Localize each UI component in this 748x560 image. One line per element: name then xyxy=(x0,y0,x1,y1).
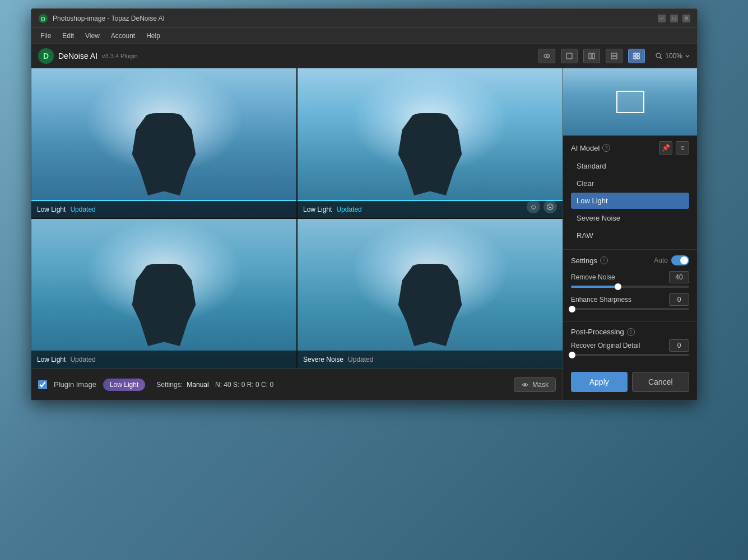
original-toggle[interactable] xyxy=(538,49,555,63)
settings-info-icon[interactable]: ? xyxy=(600,256,608,264)
svg-rect-12 xyxy=(637,57,639,59)
cell-model-4: Severe Noise xyxy=(303,356,343,363)
cell-label-1: Low Light Updated xyxy=(31,200,296,218)
settings-label: Settings: xyxy=(156,381,183,389)
title-bar: D Photoshop-image - Topaz DeNoise AI ─ □… xyxy=(31,9,697,28)
ai-model-icons: 📌 ≡ xyxy=(659,141,689,155)
plugin-checkbox[interactable] xyxy=(38,380,47,389)
smiley-icon[interactable]: ☺ xyxy=(527,200,540,213)
settings-section: Settings ? Auto Remove No xyxy=(563,250,697,322)
canvas-area: Low Light Updated Low Light Updated xyxy=(31,68,563,400)
auto-label: Auto xyxy=(654,256,668,264)
menu-help[interactable]: Help xyxy=(142,30,165,41)
model-severe-noise[interactable]: Severe Noise xyxy=(571,210,689,226)
pin-icon[interactable]: 📌 xyxy=(659,141,672,155)
recover-detail-label: Recover Original Detail xyxy=(571,342,640,349)
svg-rect-10 xyxy=(637,53,639,55)
recover-detail-track[interactable] xyxy=(571,354,689,356)
svg-rect-4 xyxy=(566,53,572,59)
chevron-down-icon xyxy=(685,53,690,59)
list-icon[interactable]: ≡ xyxy=(676,141,689,155)
cancel-button[interactable]: Cancel xyxy=(632,372,690,392)
model-badge[interactable]: Low Light xyxy=(103,379,145,391)
ai-model-section: AI Model ? 📌 ≡ Standard Clear xyxy=(563,136,697,250)
model-clear[interactable]: Clear xyxy=(571,175,689,192)
remove-noise-label: Remove Noise xyxy=(571,273,615,281)
settings-header-row: Settings ? Auto xyxy=(571,255,689,265)
view-split-v-button[interactable] xyxy=(606,49,622,63)
apply-button[interactable]: Apply xyxy=(571,372,628,392)
remove-noise-value[interactable] xyxy=(669,271,689,283)
cell-label-3: Low Light Updated xyxy=(31,351,296,368)
cell-status-2: Updated xyxy=(336,206,361,213)
model-list: Standard Clear Low Light Severe Noise RA xyxy=(571,158,689,244)
auto-toggle[interactable] xyxy=(671,255,689,265)
ai-model-title: AI Model ? xyxy=(571,144,610,152)
compare-icons: ☺ ☹ xyxy=(527,200,557,213)
remove-noise-fill xyxy=(571,286,618,288)
cell-model-3: Low Light xyxy=(37,356,66,363)
action-buttons: Apply Cancel xyxy=(563,364,697,400)
auto-toggle-area: Auto xyxy=(654,255,689,265)
remove-noise-track[interactable] xyxy=(571,286,689,288)
minimize-button[interactable]: ─ xyxy=(658,15,666,22)
svg-point-15 xyxy=(524,384,526,386)
post-processing-title: Post-Processing ? xyxy=(571,328,635,336)
enhance-sharpness-thumb[interactable] xyxy=(569,306,575,312)
split-h-icon xyxy=(588,52,596,60)
view-single-button[interactable] xyxy=(561,49,578,63)
cell-status-1: Updated xyxy=(70,206,95,213)
recover-detail-label-row: Recover Original Detail xyxy=(571,339,689,352)
post-processing-info-icon[interactable]: ? xyxy=(627,328,635,336)
recover-detail-thumb[interactable] xyxy=(569,352,575,358)
recover-detail-value[interactable] xyxy=(669,339,689,352)
enhance-sharpness-label: Enhance Sharpness xyxy=(571,296,631,304)
cell-model-2: Low Light xyxy=(303,206,332,213)
maximize-button[interactable]: □ xyxy=(670,15,678,22)
post-processing-section: Post-Processing ? Recover Original Detai… xyxy=(563,322,697,364)
logo-icon: D xyxy=(38,48,54,64)
menu-edit[interactable]: Edit xyxy=(58,30,78,41)
enhance-sharpness-track[interactable] xyxy=(571,308,689,310)
logo-area: D DeNoise AI v3.3.4 Plugin xyxy=(38,48,138,64)
menu-view[interactable]: View xyxy=(81,30,104,41)
svg-text:D: D xyxy=(41,15,45,22)
cell-label-2: Low Light Updated xyxy=(298,200,563,218)
enhance-sharpness-value[interactable] xyxy=(669,293,689,306)
app-name: DeNoise AI xyxy=(58,52,97,60)
cell-status-3: Updated xyxy=(70,356,95,363)
scrollable-panel: AI Model ? 📌 ≡ Standard Clear xyxy=(563,136,697,364)
recover-detail-row: Recover Original Detail xyxy=(571,339,689,356)
eye-icon xyxy=(543,52,551,60)
thumbnail-frame xyxy=(616,91,644,113)
enhance-sharpness-label-row: Enhance Sharpness xyxy=(571,293,689,306)
svg-rect-7 xyxy=(611,53,617,55)
post-processing-header: Post-Processing ? xyxy=(571,328,689,336)
ai-model-info-icon[interactable]: ? xyxy=(602,144,610,152)
surf-scene-4 xyxy=(298,219,563,368)
toggle-thumb xyxy=(680,256,688,264)
menu-account[interactable]: Account xyxy=(106,30,140,41)
settings-values: N: 40 S: 0 R: 0 C: 0 xyxy=(215,381,273,389)
compare-icon[interactable]: ☹ xyxy=(543,200,557,213)
grid-cell-top-left: Low Light Updated xyxy=(31,68,296,218)
model-low-light[interactable]: Low Light xyxy=(571,193,689,209)
svg-rect-5 xyxy=(589,53,591,59)
thumbnail-preview xyxy=(563,68,697,136)
enhance-sharpness-row: Enhance Sharpness xyxy=(571,293,689,310)
model-raw[interactable]: RAW xyxy=(571,227,689,244)
grid-cell-bottom-right: Severe Noise Updated xyxy=(298,219,563,368)
single-view-icon xyxy=(565,52,573,60)
view-quad-button[interactable] xyxy=(628,49,645,63)
remove-noise-thumb[interactable] xyxy=(615,283,621,290)
settings-info: Settings: Manual N: 40 S: 0 R: 0 C: 0 xyxy=(156,381,273,389)
menu-file[interactable]: File xyxy=(36,30,55,41)
view-split-h-button[interactable] xyxy=(583,49,600,63)
mask-button[interactable]: Mask xyxy=(514,377,556,392)
model-standard[interactable]: Standard xyxy=(571,158,689,174)
menu-bar: File Edit View Account Help xyxy=(31,28,697,44)
close-button[interactable]: ✕ xyxy=(682,15,690,22)
zoom-icon xyxy=(655,52,663,60)
ai-model-header: AI Model ? 📌 ≡ xyxy=(571,141,689,155)
mask-icon xyxy=(521,381,529,389)
